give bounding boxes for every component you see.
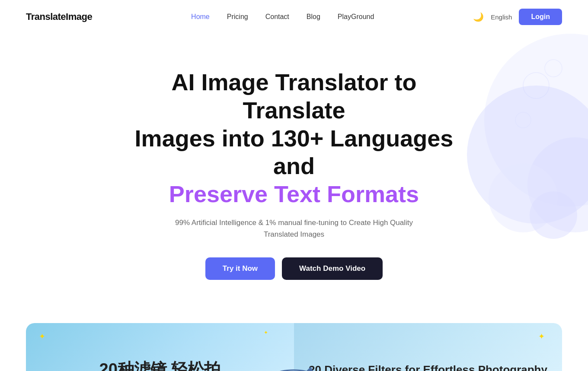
headline-line1: AI Image Translator to Translate — [171, 69, 416, 123]
dark-mode-icon[interactable]: 🌙 — [473, 12, 484, 22]
hero-content: AI Image Translator to Translate Images … — [26, 68, 562, 280]
headline-line2: Images into 130+ Languages and — [135, 125, 454, 179]
demo-english-title: 20 Diverse Filters for Effortless Photog… — [309, 363, 547, 371]
demo-chinese-title: 20种滤镜 轻松拍 — [99, 358, 221, 371]
nav-link-contact[interactable]: Contact — [265, 13, 289, 20]
nav-item-blog[interactable]: Blog — [307, 13, 320, 21]
login-button[interactable]: Login — [519, 9, 562, 25]
demo-section: ✦ ✦ ✦ 20种滤镜 轻松拍 内置多种创意滤镜,可调节美颜模式,让你的作品与众… — [0, 323, 588, 371]
nav-right: 🌙 English Login — [473, 9, 562, 25]
hero-subtext: 99% Artificial Intelligence & 1% manual … — [164, 217, 424, 240]
nav-item-home[interactable]: Home — [191, 13, 210, 21]
nav-item-playground[interactable]: PlayGround — [338, 13, 374, 21]
logo[interactable]: TranslateImage — [26, 11, 92, 22]
nav-links: Home Pricing Contact Blog PlayGround — [191, 13, 374, 21]
hero-buttons: Try it Now Watch Demo Video — [26, 257, 562, 280]
nav-link-blog[interactable]: Blog — [307, 13, 320, 20]
demo-right-panel: ✦ ✦ 20 Diverse Filters for Effortless Ph… — [294, 323, 562, 371]
headline-accent: Preserve Text Formats — [169, 181, 419, 207]
navbar: TranslateImage Home Pricing Contact Blog… — [0, 0, 588, 34]
nav-link-pricing[interactable]: Pricing — [227, 13, 248, 20]
watch-demo-button[interactable]: Watch Demo Video — [282, 257, 383, 280]
try-now-button[interactable]: Try it Now — [205, 257, 275, 280]
language-selector[interactable]: English — [491, 13, 512, 21]
sparkle-4: ✦ — [538, 332, 545, 341]
demo-images-container: ✦ ✦ ✦ 20种滤镜 轻松拍 内置多种创意滤镜,可调节美颜模式,让你的作品与众… — [26, 323, 562, 371]
hero-section: AI Image Translator to Translate Images … — [0, 34, 588, 306]
nav-link-playground[interactable]: PlayGround — [338, 13, 374, 20]
demo-arrow — [268, 366, 320, 371]
demo-left-panel: ✦ ✦ ✦ 20种滤镜 轻松拍 内置多种创意滤镜,可调节美颜模式,让你的作品与众… — [26, 323, 294, 371]
sparkle-2: ✦ — [264, 330, 268, 336]
nav-link-home[interactable]: Home — [191, 13, 210, 20]
nav-item-contact[interactable]: Contact — [265, 13, 289, 21]
hero-headline: AI Image Translator to Translate Images … — [121, 68, 467, 208]
sparkle-1: ✦ — [39, 332, 45, 341]
nav-item-pricing[interactable]: Pricing — [227, 13, 248, 21]
